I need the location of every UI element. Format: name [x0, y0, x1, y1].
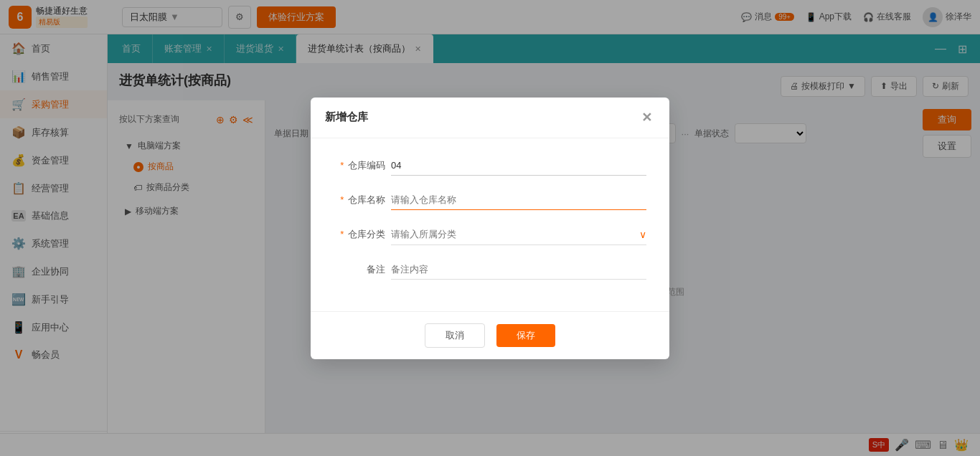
modal-footer: 取消 保存: [311, 311, 669, 359]
modal-header: 新增仓库 ✕: [311, 98, 669, 138]
note-input[interactable]: [391, 260, 646, 280]
name-input[interactable]: [391, 190, 646, 210]
code-label: * 仓库编码: [334, 159, 391, 172]
form-row-category: * 仓库分类 ∨: [334, 224, 646, 245]
cancel-button[interactable]: 取消: [425, 323, 485, 348]
add-warehouse-modal: 新增仓库 ✕ * 仓库编码 * 仓库名称: [311, 98, 669, 359]
required-star-category: *: [340, 229, 344, 239]
modal-title: 新增仓库: [325, 110, 368, 124]
name-label: * 仓库名称: [334, 194, 391, 206]
modal-body: * 仓库编码 * 仓库名称 * 仓库分类: [311, 138, 669, 311]
save-button[interactable]: 保存: [496, 324, 555, 347]
category-select-wrap[interactable]: ∨: [391, 224, 646, 245]
form-row-note: 备注: [334, 260, 646, 280]
chevron-down-icon: ∨: [639, 229, 646, 240]
required-star: *: [340, 160, 344, 171]
code-input[interactable]: [391, 156, 646, 176]
modal-overlay[interactable]: 新增仓库 ✕ * 仓库编码 * 仓库名称: [0, 0, 980, 456]
form-row-name: * 仓库名称: [334, 190, 646, 210]
required-star-name: *: [340, 194, 344, 205]
form-row-code: * 仓库编码: [334, 156, 646, 176]
category-input[interactable]: [391, 229, 639, 239]
note-label: 备注: [334, 263, 391, 276]
category-label: * 仓库分类: [334, 228, 391, 241]
modal-close-button[interactable]: ✕: [638, 109, 655, 126]
